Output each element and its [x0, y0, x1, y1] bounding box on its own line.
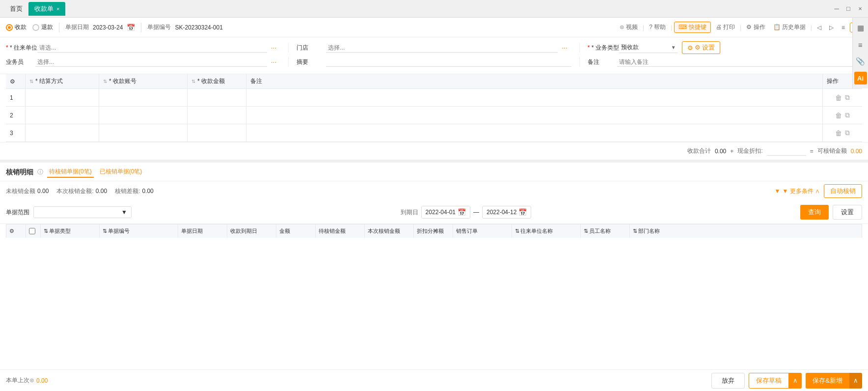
partner-input[interactable] [37, 43, 267, 53]
form-area: * * 往来单位 ··· 门店 ··· * * 业务类型 [0, 37, 868, 74]
row3-delete-icon[interactable]: 🗑 [835, 129, 842, 137]
shortcut-btn[interactable]: ⌨ 快捷键 [674, 22, 710, 33]
done-tab[interactable]: 已核销单据(0笔) [98, 167, 144, 178]
next-btn[interactable]: ▷ [826, 23, 837, 32]
tab-close-icon[interactable]: × [56, 6, 59, 12]
save-draft-arrow-btn[interactable]: ∧ [789, 373, 802, 389]
row2-delete-icon[interactable]: 🗑 [835, 112, 842, 119]
filter-settings-button[interactable]: 设置 [833, 205, 862, 220]
th-gear[interactable]: ⚙ [6, 74, 26, 88]
history-btn[interactable]: 📋 历史单据 [770, 22, 809, 32]
query-button[interactable]: 查询 [800, 205, 829, 220]
tab-home[interactable]: 首页 [4, 2, 28, 16]
discount-input[interactable] [767, 146, 806, 156]
sidebar-table-icon[interactable]: ▦ [854, 22, 867, 34]
sidebar-attach-icon[interactable]: 📎 [854, 55, 867, 68]
maximize-btn[interactable]: □ [844, 5, 852, 13]
bth-sort-5[interactable]: ⇅ [633, 228, 637, 234]
sort-icon-3[interactable]: ⇅ [191, 79, 195, 84]
pending-tab[interactable]: 待核销单据(0笔) [47, 167, 94, 178]
store-input[interactable] [326, 43, 558, 53]
staff-input[interactable] [35, 57, 267, 67]
discard-button[interactable]: 放弃 [711, 373, 745, 389]
td-row3-account[interactable] [99, 124, 188, 141]
td-row1-account[interactable] [99, 89, 188, 106]
operation-btn[interactable]: ⚙ 操作 [743, 22, 768, 32]
sidebar-ai-icon[interactable]: Ai [854, 72, 867, 84]
last-order-label[interactable]: 本单上次⊙ [6, 376, 34, 385]
prev-btn[interactable]: ◁ [814, 23, 824, 32]
row1-delete-icon[interactable]: 🗑 [835, 94, 842, 102]
sort-icon-2[interactable]: ⇅ [103, 79, 107, 84]
available-value: 0.00 [851, 148, 862, 155]
bth-gear[interactable]: ⚙ [6, 224, 26, 238]
save-new-arrow-btn[interactable]: ∧ [849, 373, 862, 389]
available-label: 可核销金额 [817, 147, 847, 155]
staff-label: 业务员 [6, 58, 35, 66]
partner-more-btn[interactable]: ··· [271, 44, 277, 52]
video-btn[interactable]: ⊙ 视频 [617, 22, 641, 32]
tab-receipt[interactable]: 收款单 × [28, 2, 65, 16]
list-view-btn[interactable]: ≡ [839, 23, 848, 32]
td-row3-amount[interactable] [188, 124, 246, 141]
date-to-input[interactable]: 2022-04-12 📅 [482, 206, 531, 219]
td-row3-method[interactable] [26, 124, 99, 141]
discount-label: 现金折扣: [737, 147, 762, 155]
auto-hx-button[interactable]: 自动核销 [824, 184, 862, 198]
row1-copy-icon[interactable]: ⧉ [845, 93, 850, 102]
td-row2-remark[interactable] [246, 107, 823, 124]
radio-receipt[interactable]: 收款 [6, 23, 27, 31]
td-row1-method[interactable] [26, 89, 99, 106]
bth-sort-4[interactable]: ⇅ [584, 228, 588, 234]
save-draft-button[interactable]: 保存草稿 [749, 373, 789, 389]
filter-row: 单据范围 ▼ 到期日 2022-04-01 📅 — 2022-04-12 📅 查… [0, 201, 868, 224]
td-row2-method[interactable] [26, 107, 99, 124]
date-from-input[interactable]: 2022-04-01 📅 [421, 206, 470, 219]
print-btn[interactable]: 🖨 打印 [713, 22, 738, 32]
bth-check[interactable] [26, 224, 41, 238]
staff-more-btn[interactable]: ··· [271, 58, 277, 66]
total-label: 收款合计 [687, 147, 711, 155]
select-all-checkbox[interactable] [29, 228, 35, 234]
bth-sort-3[interactable]: ⇅ [515, 228, 519, 234]
summary-row: 收款合计 0.00 + 现金折扣: = 可核销金额 0.00 [0, 142, 868, 160]
calendar-to-icon: 📅 [518, 208, 527, 216]
minimize-btn[interactable]: ─ [833, 5, 841, 13]
hx-info-icon[interactable]: ⓘ [37, 168, 43, 176]
td-row1-amount[interactable] [188, 89, 246, 106]
form-row-2: 业务员 ··· 摘要 备注 [6, 57, 862, 67]
save-new-button[interactable]: 保存&新增 [806, 373, 849, 389]
number-value[interactable]: SK-20230324-001 [175, 24, 222, 31]
bth-sort-2[interactable]: ⇅ [103, 228, 107, 234]
last-order-value: 0.00 [36, 377, 48, 384]
sidebar-list-icon[interactable]: ≡ [854, 38, 867, 51]
date-value[interactable]: 2023-03-24 [93, 24, 123, 31]
more-conditions-btn[interactable]: ▼ ▼ 更多条件 ∧ [775, 187, 820, 196]
sort-icon-1[interactable]: ⇅ [29, 79, 33, 84]
settings-button[interactable]: ⚙ ⚙ 设置 [682, 41, 721, 54]
row2-copy-icon[interactable]: ⧉ [845, 111, 850, 119]
store-more-btn[interactable]: ··· [562, 44, 568, 52]
tab-bar: 首页 收款单 × ─ □ × [0, 0, 868, 18]
range-arrow-icon: ▼ [121, 209, 127, 216]
bth-dept: ⇅ 部门名称 [630, 224, 679, 238]
td-row3-remark[interactable] [246, 124, 823, 141]
bth-pending: 待核销金额 [316, 224, 365, 238]
tab-home-label: 首页 [10, 4, 23, 13]
summary-input[interactable] [326, 57, 571, 67]
divider2 [141, 23, 141, 32]
row3-copy-icon[interactable]: ⧉ [845, 129, 850, 137]
calendar-icon[interactable]: 📅 [127, 24, 135, 31]
radio-refund[interactable]: 退款 [32, 23, 53, 31]
last-order-info: 本单上次⊙ 0.00 [6, 376, 48, 385]
biz-type-select[interactable]: 预收款 ▼ [619, 42, 678, 53]
remark-input[interactable] [617, 57, 862, 67]
bth-sort-1[interactable]: ⇅ [44, 228, 48, 234]
td-row2-account[interactable] [99, 107, 188, 124]
td-row2-amount[interactable] [188, 107, 246, 124]
help-btn[interactable]: ? 帮助 [646, 22, 669, 32]
range-select[interactable]: ▼ [33, 206, 132, 218]
td-row1-remark[interactable] [246, 89, 823, 106]
bottom-bar: 本单上次⊙ 0.00 放弃 保存草稿 ∧ 保存&新增 ∧ [0, 369, 868, 391]
close-btn[interactable]: × [856, 5, 864, 13]
